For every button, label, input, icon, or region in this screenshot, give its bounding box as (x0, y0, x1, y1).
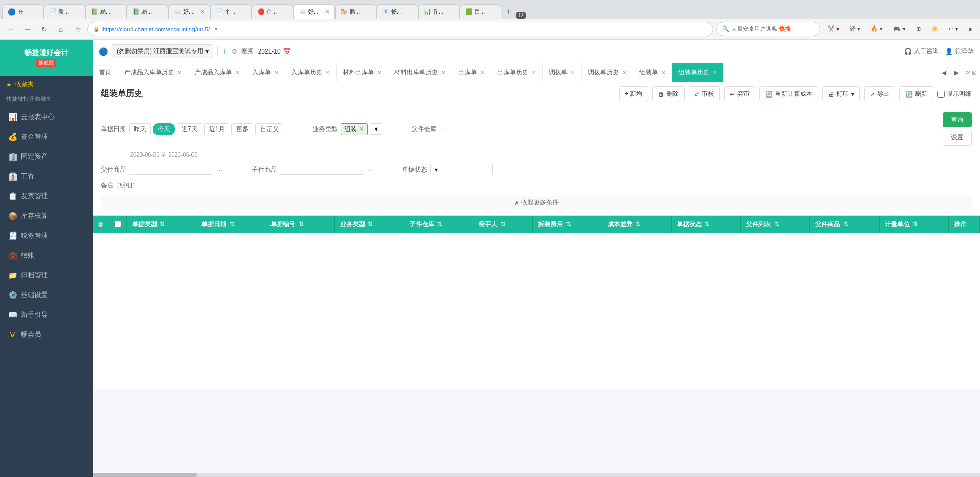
company-selector[interactable]: (勿删勿禁用) 江西服宝测试专用 ▾ (112, 44, 213, 58)
gear-btn[interactable]: ⚙ (231, 48, 237, 55)
today-btn[interactable]: 今天 (153, 123, 175, 135)
home-button[interactable]: ⌂ (54, 22, 68, 36)
sidebar-item-settings[interactable]: ⚙️ 基础设置 (0, 285, 93, 305)
sort-bill-no[interactable]: ⇅ (299, 221, 304, 228)
yesterday-btn[interactable]: 昨天 (129, 123, 151, 135)
browser-tab-9[interactable]: 🐎 腾... (335, 4, 377, 19)
browser-search[interactable]: 🔍 大量安卓用户逃离 热搜 (716, 22, 820, 36)
recalc-button[interactable]: 🔄 重新计算成本 (759, 86, 818, 101)
add-company-btn[interactable]: + (222, 47, 227, 56)
close-outbound[interactable]: ✕ (480, 70, 484, 75)
menu-btn[interactable]: ≡ (964, 22, 976, 36)
show-detail-toggle[interactable]: 显示明细 (937, 89, 972, 98)
browser-tab-1[interactable]: 🔵 在 (2, 4, 44, 19)
close-finished-goods[interactable]: ✕ (235, 70, 239, 75)
table-settings-icon[interactable]: ⚙ (98, 221, 104, 228)
brightness-btn[interactable]: ☀️ (927, 22, 943, 36)
close-material-out[interactable]: ✕ (377, 70, 381, 75)
add-button[interactable]: + 新增 (619, 86, 648, 101)
calendar-icon[interactable]: 📅 (283, 48, 291, 55)
browser-tab-10[interactable]: 📧 畅... (377, 4, 418, 19)
business-dropdown[interactable]: ▾ (370, 123, 382, 135)
note-input[interactable] (141, 181, 246, 190)
close-assembly-history[interactable]: ✕ (713, 70, 717, 75)
browser-tab-12[interactable]: 🟩 目... (460, 4, 501, 19)
nav-tab-transfer-history[interactable]: 调拨单历史 ✕ (582, 63, 633, 82)
game-btn[interactable]: 🎮 ▾ (889, 22, 909, 36)
nav-tab-assembly[interactable]: 组装单 ✕ (633, 63, 672, 82)
custom-btn[interactable]: 自定义 (255, 123, 283, 135)
sidebar-item-reports[interactable]: 📊 云报表中心 (0, 107, 93, 127)
browser-tab-2[interactable]: 📄 新... (44, 4, 85, 19)
sort-child-warehouse[interactable]: ⇅ (437, 221, 442, 228)
nav-tab-assembly-history[interactable]: 组装单历史 ✕ (672, 63, 724, 82)
scissors-btn[interactable]: ✂️ ▾ (823, 22, 844, 36)
select-all-checkbox[interactable] (114, 221, 121, 227)
nav-tab-material-out[interactable]: 材料出库单 ✕ (337, 63, 388, 82)
sort-handler[interactable]: ⇅ (500, 221, 506, 228)
browser-tab-7[interactable]: 🔴 企... (252, 4, 293, 19)
child-goods-more[interactable]: ··· (367, 165, 373, 174)
assembly-tag-remove[interactable]: ✕ (359, 125, 364, 133)
user-info[interactable]: 👤 徐泽华 (945, 47, 974, 56)
address-bar[interactable]: 🔒 https://cloud.chanjet.com/accounting/u… (87, 22, 713, 36)
new-tab-button[interactable]: + (501, 4, 516, 19)
browser-tab-4[interactable]: 📗 易... (127, 4, 169, 19)
back-button[interactable]: ← (4, 22, 18, 36)
horizontal-scrollbar[interactable] (93, 473, 980, 477)
sidebar-item-tax[interactable]: 🧾 税务管理 (0, 226, 93, 246)
sort-parent-list[interactable]: ⇅ (774, 221, 779, 228)
grid-btn[interactable]: ⊞ (912, 22, 925, 36)
parent-goods-input[interactable] (129, 165, 213, 175)
tabs-right-arrow[interactable]: ▶ (950, 67, 962, 79)
collapse-button[interactable]: ∧ 收起更多条件 (101, 196, 972, 209)
close-transfer[interactable]: ✕ (571, 70, 575, 75)
th-checkbox[interactable] (109, 216, 127, 233)
nav-tab-finished-goods[interactable]: 产成品入库单 ✕ (188, 63, 246, 82)
7days-btn[interactable]: 近7天 (177, 123, 202, 135)
sort-bill-date[interactable]: ⇅ (229, 221, 235, 228)
close-inbound[interactable]: ✕ (274, 70, 278, 75)
close-all-tabs[interactable]: ⊠ (972, 69, 977, 76)
address-expand[interactable]: ▾ (215, 25, 218, 32)
parent-warehouse-more[interactable]: ··· (440, 125, 446, 133)
nav-tab-transfer[interactable]: 调拨单 ✕ (543, 63, 582, 82)
sort-bill-type[interactable]: ⇅ (160, 221, 165, 228)
forward-button[interactable]: → (21, 22, 34, 36)
show-detail-checkbox[interactable] (937, 91, 945, 98)
nav-tab-inbound[interactable]: 入库单 ✕ (246, 63, 285, 82)
browser-tab-5[interactable]: ☁️ 好... ✕ (169, 4, 210, 19)
nav-tab-material-out-history[interactable]: 材料出库单历史 ✕ (388, 63, 452, 82)
sidebar-item-guide[interactable]: 📖 新手引导 (0, 305, 93, 325)
query-button[interactable]: 查询 (943, 112, 972, 127)
close-finished-goods-history[interactable]: ✕ (177, 70, 182, 75)
sidebar-item-invoice[interactable]: 📋 发票管理 (0, 186, 93, 206)
print-button[interactable]: 🖨 打印 ▾ (822, 86, 860, 101)
support-button[interactable]: 🎧 人工咨询 (904, 47, 939, 56)
sort-cost-diff[interactable]: ⇅ (635, 221, 640, 228)
refresh-button[interactable]: 🔃 刷新 (899, 86, 933, 101)
nav-tab-inbound-history[interactable]: 入库单历史 ✕ (285, 63, 337, 82)
close-assembly[interactable]: ✕ (661, 70, 665, 75)
1month-btn[interactable]: 近1月 (204, 123, 230, 135)
nav-tab-outbound[interactable]: 出库单 ✕ (452, 63, 491, 82)
delete-button[interactable]: 🗑 删除 (652, 86, 685, 101)
scroll-thumb[interactable] (93, 473, 197, 477)
sidebar-item-vip[interactable]: V 畅会员 (0, 325, 93, 344)
sidebar-item-salary[interactable]: 👔 工资 (0, 166, 93, 186)
browser-tab-11[interactable]: 📊 各... (418, 4, 460, 19)
undo-btn[interactable]: ↩ ▾ (945, 22, 962, 36)
browser-tab-6[interactable]: 📄 个... (210, 4, 252, 19)
browser-tab-8[interactable]: ☁️ 好... ✕ (293, 4, 335, 19)
sidebar-item-assets[interactable]: 🏢 固定资产 (0, 147, 93, 166)
tabs-left-arrow[interactable]: ◀ (937, 67, 950, 79)
more-btn[interactable]: 更多 (231, 123, 253, 135)
child-goods-input[interactable] (280, 165, 364, 175)
close-inbound-history[interactable]: ✕ (326, 70, 330, 75)
settings-panel-button[interactable]: 设置 (943, 130, 972, 146)
audit-button[interactable]: ✓ 审核 (689, 86, 720, 101)
refresh-button[interactable]: ↻ (37, 22, 51, 36)
abandon-button[interactable]: ↩ 弃审 (724, 86, 755, 101)
sort-bill-status[interactable]: ⇅ (704, 221, 710, 228)
export-button[interactable]: ↗ 导出 (864, 86, 895, 101)
